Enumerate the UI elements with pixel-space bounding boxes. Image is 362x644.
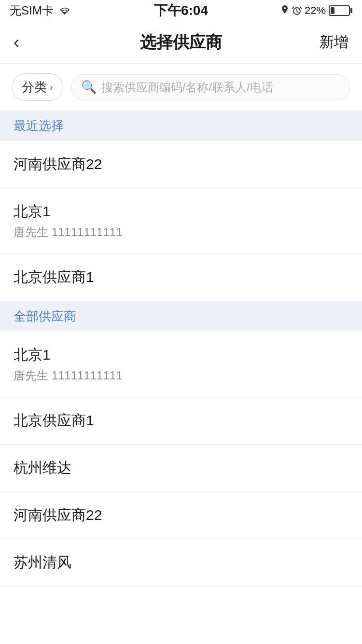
wifi-icon [57,5,72,16]
recent-item-2-name: 北京1 [14,202,348,222]
search-box[interactable]: 🔍 搜索供应商编码/名称/联系人/电话 [71,74,350,100]
category-label: 分类 [22,79,47,96]
all-item-3-name: 杭州维达 [14,458,348,478]
status-right: 22% [280,4,352,17]
all-item-1-sub: 唐先生 11111111111 [14,368,348,383]
recent-item-2-sub: 唐先生 11111111111 [14,224,348,240]
all-item-5-name: 苏州清风 [14,553,348,573]
location-icon [280,5,289,16]
all-item-1[interactable]: 北京1 唐先生 11111111111 [0,332,362,397]
add-button[interactable]: 新增 [320,32,348,52]
nav-bar: ‹ 选择供应商 新增 [0,21,362,64]
recent-item-3-name: 北京供应商1 [14,267,348,287]
filter-bar: 分类 › 🔍 搜索供应商编码/名称/联系人/电话 [0,64,362,111]
page-title: 选择供应商 [140,31,222,54]
battery-percent: 22% [305,4,326,17]
search-placeholder: 搜索供应商编码/名称/联系人/电话 [101,80,273,95]
all-item-3[interactable]: 杭州维达 [0,445,362,492]
all-item-4[interactable]: 河南供应商22 [0,492,362,539]
status-left: 无SIM卡 [10,3,72,18]
all-section-title: 全部供应商 [14,309,76,323]
all-section-header: 全部供应商 [0,301,362,332]
category-filter-button[interactable]: 分类 › [12,73,63,101]
battery-icon [329,5,352,16]
status-time: 下午6:04 [154,1,208,20]
recent-item-1[interactable]: 河南供应商22 [0,141,362,188]
recent-section-title: 最近选择 [14,118,64,133]
all-item-4-name: 河南供应商22 [14,505,348,525]
status-bar: 无SIM卡 下午6:04 22% [0,0,362,21]
carrier-text: 无SIM卡 [10,3,54,18]
all-item-5[interactable]: 苏州清风 [0,539,362,587]
all-item-2-name: 北京供应商1 [14,411,348,431]
all-item-2[interactable]: 北京供应商1 [0,397,362,445]
recent-item-3[interactable]: 北京供应商1 [0,254,362,301]
alarm-icon [292,5,302,16]
chevron-right-icon: › [50,82,53,93]
all-item-1-name: 北京1 [14,345,348,365]
recent-item-2[interactable]: 北京1 唐先生 11111111111 [0,188,362,254]
recent-section-header: 最近选择 [0,111,362,141]
back-button[interactable]: ‹ [14,32,42,53]
search-icon: 🔍 [81,80,97,95]
recent-item-1-name: 河南供应商22 [14,154,348,174]
